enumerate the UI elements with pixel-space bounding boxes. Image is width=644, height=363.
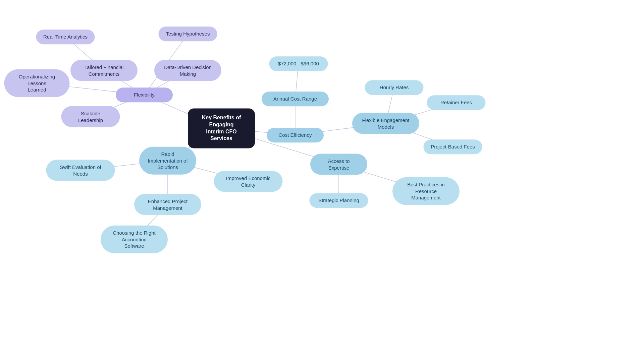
node-accessexpertise: Access to Expertise	[310, 154, 367, 175]
node-operationalizing: Operationalizing Lessons Learned	[4, 69, 70, 97]
node-flexengagement: Flexible Engagement Models	[352, 113, 419, 134]
node-hourly: Hourly Rates	[365, 80, 424, 95]
node-costefficiency: Cost Efficiency	[267, 128, 324, 142]
node-realtime: Real-Time Analytics	[36, 29, 95, 44]
node-datadriven: Data-Driven Decision Making	[154, 60, 221, 81]
node-annualrange: $72,000 - $96,000	[269, 56, 328, 71]
node-rapidimpl: Rapid Implementation of Solutions	[139, 147, 196, 175]
node-improvedclarity: Improved Economic Clarity	[214, 171, 283, 192]
node-retainer: Retainer Fees	[427, 95, 486, 110]
connections-svg	[0, 0, 644, 363]
mind-map-container: Key Benefits of Engaging Interim CFO Ser…	[0, 0, 644, 363]
node-swifteval: Swift Evaluation of Needs	[46, 160, 115, 181]
node-projectbased: Project-Based Fees	[424, 139, 482, 154]
node-scalable: Scalable Leadership	[61, 106, 120, 127]
node-testing: Testing Hypotheses	[159, 26, 217, 41]
node-annualcost: Annual Cost Range	[262, 92, 329, 106]
node-enhancedproject: Enhanced Project Management	[134, 194, 201, 215]
node-flexibility: Flexibility	[116, 87, 173, 102]
node-tailored: Tailored Financial Commitments	[70, 60, 138, 81]
center-node: Key Benefits of Engaging Interim CFO Ser…	[188, 108, 255, 148]
node-choosingaccounting: Choosing the Right Accounting Software	[101, 226, 168, 253]
node-bestpractices: Best Practices in Resource Management	[392, 177, 460, 205]
node-strategicplanning: Strategic Planning	[310, 193, 368, 208]
